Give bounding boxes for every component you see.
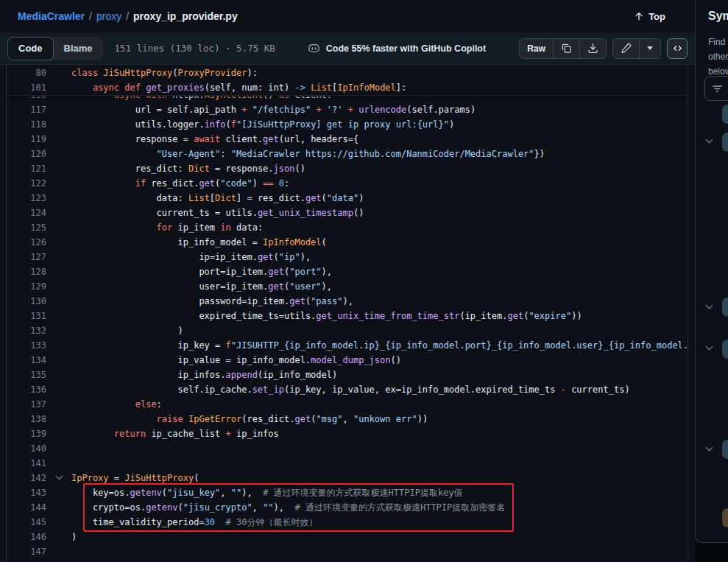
code-text: IpProxy = JiSuHttpProxy( [71,471,199,485]
gutter [46,191,71,206]
gutter [46,235,71,250]
code-line: 144 crypto=os.getenv("jisu_crypto", ""),… [7,500,688,515]
line-number[interactable]: 143 [7,485,46,500]
line-number[interactable]: 122 [7,176,46,191]
copilot-banner[interactable]: Code 55% faster with GitHub Copilot [308,43,486,54]
code-line: 146) [7,530,688,544]
scroll-to-top-button[interactable]: Top [634,11,665,22]
line-number[interactable]: 128 [7,264,46,279]
gutter [46,441,71,456]
line-number[interactable]: 132 [7,323,46,338]
gutter [46,368,71,382]
code-line: 128 port=ip_item.get("port"), [7,264,688,279]
code-line: 139 return ip_cache_list + ip_infos [7,426,688,441]
code-text: if res_dict.get("code") == 0: [71,176,289,191]
code-line: 136 self.ip_cache.set_ip(ip_key, ip_valu… [7,382,688,397]
gutter [46,353,71,368]
gutter [46,338,71,353]
line-number[interactable]: 117 [7,102,46,117]
copy-button[interactable] [554,39,580,58]
code-text: ip=ip_item.get("ip"), [71,250,311,264]
code-text: utils.logger.info(f"[JiSuHttpProxy] get … [71,117,454,132]
line-number[interactable]: 125 [7,220,46,235]
code-line: 133 ip_key = f"JISUHTTP_{ip_info_model.i… [7,338,688,353]
code-text: ip_key = f"JISUHTTP_{ip_info_model.ip}_{… [71,338,688,353]
line-number[interactable]: 137 [7,397,46,412]
raw-button[interactable]: Raw [520,39,554,58]
line-number[interactable]: 118 [7,117,46,132]
code-line: 129 user=ip_item.get("user"), [7,279,688,294]
line-number[interactable]: 140 [7,441,46,456]
gutter [46,206,71,220]
line-number[interactable]: 139 [7,426,46,441]
download-button[interactable] [580,39,606,58]
line-number[interactable]: 133 [7,338,46,353]
file-toolbar: Code Blame 151 lines (130 loc) · 5.75 KB… [0,32,695,65]
line-number[interactable]: 142 [7,471,46,485]
chevron-down-icon[interactable] [706,302,713,309]
gutter [46,147,71,161]
breadcrumb-repo-link[interactable]: MediaCrawler [18,10,85,22]
line-number[interactable]: 129 [7,279,46,294]
code-line: 134 ip_value = ip_info_model.model_dump_… [7,353,688,368]
line-number[interactable]: 141 [7,456,46,471]
line-number[interactable]: 124 [7,206,46,220]
breadcrumb-separator: / [126,10,129,22]
chevron-down-icon[interactable] [706,444,713,452]
code-text: url = self.api_path + "/fetchips" + '?' … [71,102,476,117]
line-number[interactable]: 127 [7,250,46,264]
tab-code[interactable]: Code [7,37,54,60]
line-number[interactable]: 135 [7,368,46,382]
gutter [46,279,71,294]
line-number[interactable]: 120 [7,147,46,161]
symbol-item-pill[interactable] [722,508,728,527]
sticky-scope-lines: 80class JiSuHttpProxy(ProxyProvider):101… [7,65,688,96]
line-number[interactable]: 147 [7,544,46,559]
symbols-panel-box: Sym Find other below [695,0,728,543]
symbol-item-pill[interactable] [722,298,728,317]
symbol-item-pill[interactable] [722,340,728,359]
gutter [46,309,71,323]
line-number[interactable]: 80 [7,66,46,80]
chevron-down-icon[interactable] [706,343,713,351]
code-text: key=os.getenv("jisu_key", ""), # 通过环境变量的… [71,485,463,500]
code-text: ) [71,530,77,544]
line-number[interactable]: 121 [7,161,46,176]
code-line: 80class JiSuHttpProxy(ProxyProvider): [7,66,688,80]
gutter [46,132,71,147]
line-number[interactable]: 126 [7,235,46,250]
code-text: ) [71,323,183,338]
copilot-icon [308,43,320,54]
line-number[interactable]: 146 [7,530,46,544]
arrow-up-icon [634,11,644,21]
line-number[interactable]: 123 [7,191,46,206]
gutter [46,117,71,132]
breadcrumb-folder-link[interactable]: proxy [96,10,121,22]
line-number[interactable]: 130 [7,294,46,309]
symbol-item-pill[interactable] [722,440,728,459]
line-number[interactable]: 131 [7,309,46,323]
edit-dropdown-button[interactable] [640,39,660,58]
gutter [46,515,71,530]
edit-button[interactable] [613,39,640,58]
line-number[interactable]: 101 [7,80,46,95]
line-number[interactable]: 145 [7,515,46,530]
symbols-filter-input[interactable] [704,76,728,101]
line-number[interactable]: 144 [7,500,46,515]
code-text: time_validity_period=30 # 30分钟（最长时效） [71,515,317,530]
symbol-item-pill[interactable] [722,105,728,124]
raw-copy-download-group: Raw [519,38,607,59]
symbol-item-pill[interactable] [722,133,728,152]
code-line: 138 raise IpGetError(res_dict.get("msg",… [7,412,688,426]
symbols-panel-toggle[interactable] [667,38,688,59]
breadcrumb-file-name: proxy_ip_provider.py [133,10,238,22]
line-number[interactable]: 134 [7,353,46,368]
line-number[interactable]: 138 [7,412,46,426]
line-number[interactable]: 119 [7,132,46,147]
line-number[interactable]: 136 [7,382,46,397]
fold-chevron-icon[interactable] [56,473,63,480]
gutter [46,471,71,485]
tab-blame[interactable]: Blame [54,37,103,60]
code-text: res_dict: Dict = response.json() [71,161,305,176]
chevron-down-icon[interactable] [706,136,713,144]
